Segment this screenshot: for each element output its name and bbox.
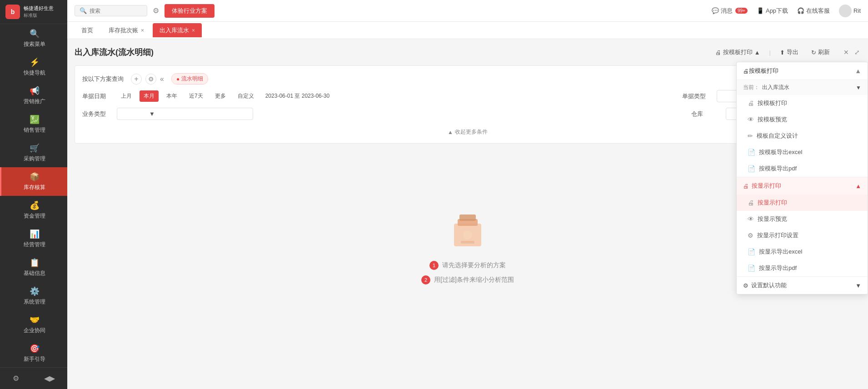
dropdown-item-template-custom[interactable]: ✏模板自定义设计 bbox=[737, 128, 868, 144]
step-2-num: 2 bbox=[421, 275, 430, 284]
print-display-icon: 🖨 bbox=[743, 183, 749, 190]
date-shortcut-7days[interactable]: 近7天 bbox=[185, 90, 207, 102]
template-preview-icon: 👁 bbox=[748, 116, 754, 123]
date-filter-label: 单据日期 bbox=[82, 92, 110, 100]
sidebar-item-operations[interactable]: 📊经营管理 bbox=[0, 224, 67, 253]
dropdown-item-template-preview[interactable]: 👁按模板预览 bbox=[737, 111, 868, 128]
export-icon: ⬆ bbox=[780, 49, 785, 56]
template-print-label: 按模板打印 bbox=[758, 99, 787, 107]
page-title: 出入库流水(流水明细) bbox=[75, 47, 154, 58]
tab-close-batch[interactable]: × bbox=[141, 27, 144, 34]
search-input[interactable] bbox=[90, 8, 140, 14]
user-avatar-btn[interactable]: Rit bbox=[839, 5, 861, 17]
filter-gear-btn[interactable]: ⚙ bbox=[145, 74, 156, 85]
quick-nav-icon: ⚡ bbox=[30, 57, 40, 67]
biz-type-select[interactable]: ▼ bbox=[117, 108, 253, 120]
sidebar-item-collab[interactable]: 🤝企业协同 bbox=[0, 310, 67, 339]
dropdown-template-section: 🖨按模板打印👁按模板预览✏模板自定义设计📄按模板导出excel📄按模板导出pdf bbox=[737, 95, 868, 177]
sidebar-item-quick-nav[interactable]: ⚡快捷导航 bbox=[0, 53, 67, 81]
tab-flow[interactable]: 出入库流水× bbox=[153, 23, 202, 37]
marketing-icon: 📢 bbox=[30, 86, 40, 96]
date-shortcut-more[interactable]: 更多 bbox=[211, 90, 230, 102]
sidebar-item-search[interactable]: 🔍搜索菜单 bbox=[0, 24, 67, 53]
dropdown-item-template-pdf[interactable]: 📄按模板导出pdf bbox=[737, 160, 868, 177]
sidebar-settings-btn[interactable]: ⚙ bbox=[9, 372, 23, 384]
tab-batch[interactable]: 库存批次账× bbox=[102, 23, 151, 37]
sidebar-item-label: 销售管理 bbox=[24, 126, 45, 134]
refresh-btn[interactable]: ↻ 刷新 bbox=[808, 46, 833, 58]
purchase-icon: 🛒 bbox=[30, 143, 40, 153]
template-preview-label: 按模板预览 bbox=[758, 115, 787, 124]
dropdown-item-display-preview[interactable]: 👁按显示预览 bbox=[737, 211, 868, 227]
sidebar-item-finance[interactable]: 💰资金管理 bbox=[0, 196, 67, 224]
sidebar-item-basic[interactable]: 📋基础信息 bbox=[0, 253, 67, 282]
empty-step-2: 2 用[过滤]条件来缩小分析范围 bbox=[421, 275, 514, 284]
chevron-up-icon: ▲ bbox=[754, 49, 760, 56]
add-filter-btn[interactable]: + bbox=[131, 74, 142, 85]
message-icon: 💬 bbox=[712, 7, 719, 14]
dropdown-display-section: 🖨按显示打印👁按显示预览⚙按显示打印设置📄按显示导出excel📄按显示导出pdf bbox=[737, 194, 868, 277]
sidebar-bottom: ⚙ ◀▶ bbox=[0, 367, 67, 389]
chevron-down-icon: ▼ bbox=[856, 85, 861, 91]
dropdown-item-display-print[interactable]: 🖨按显示打印 bbox=[737, 194, 868, 211]
message-btn[interactable]: 💬 消息 99+ bbox=[712, 7, 748, 15]
template-excel-icon: 📄 bbox=[748, 149, 755, 156]
print-header-icon: 🖨 bbox=[743, 68, 749, 75]
avatar bbox=[839, 5, 852, 17]
export-btn[interactable]: ⬆ 导出 bbox=[776, 46, 802, 58]
finance-icon: 💰 bbox=[30, 200, 40, 210]
template-print-icon: 🖨 bbox=[748, 100, 754, 107]
sidebar-item-guide[interactable]: 🎯新手引导 bbox=[0, 339, 67, 367]
basic-icon: 📋 bbox=[30, 258, 40, 268]
sidebar-item-label: 企业协同 bbox=[24, 327, 45, 334]
online-service-btn[interactable]: 🎧 在线客服 bbox=[797, 7, 830, 15]
topbar-search-box[interactable]: 🔍 bbox=[75, 5, 147, 16]
sidebar-item-label: 搜索菜单 bbox=[24, 40, 45, 48]
tab-close-flow[interactable]: × bbox=[192, 27, 195, 34]
warehouse-label: 仓库 bbox=[691, 110, 718, 118]
sidebar-collapse-btn[interactable]: ◀▶ bbox=[40, 372, 59, 384]
dropdown-item-display-pdf[interactable]: 📄按显示导出pdf bbox=[737, 260, 868, 276]
date-shortcut-this-year[interactable]: 本年 bbox=[162, 90, 181, 102]
message-badge: 99+ bbox=[735, 8, 748, 14]
headset-icon: 🎧 bbox=[797, 7, 804, 14]
content-area: 出入库流水(流水明细) 🖨 按模板打印 ▲ | ⬆ 导出 ↻ 刷新 ✕ bbox=[67, 39, 868, 389]
dropdown-item-display-settings[interactable]: ⚙按显示打印设置 bbox=[737, 227, 868, 244]
filter-section-label: 按以下方案查询 bbox=[82, 75, 124, 83]
sidebar-item-inventory[interactable]: 📦库存核算 bbox=[0, 167, 67, 196]
collab-icon: 🤝 bbox=[30, 315, 40, 325]
dropdown-footer[interactable]: ⚙ 设置默认功能 ▼ bbox=[737, 277, 868, 294]
sidebar-item-marketing[interactable]: 📢营销推广 bbox=[0, 81, 67, 110]
search-icon: 🔍 bbox=[30, 29, 40, 39]
dropdown-header: 🖨 按模板打印 ▲ bbox=[737, 62, 868, 80]
sidebar-item-sales[interactable]: 💹销售管理 bbox=[0, 110, 67, 139]
chevron-up-icon[interactable]: ▲ bbox=[855, 67, 861, 75]
dropdown-item-display-excel[interactable]: 📄按显示导出excel bbox=[737, 244, 868, 260]
guide-icon: 🎯 bbox=[30, 344, 40, 354]
industry-btn[interactable]: 体验行业方案 bbox=[165, 4, 215, 18]
display-print-label: 按显示打印 bbox=[758, 199, 787, 207]
display-pdf-icon: 📄 bbox=[748, 264, 755, 272]
dropdown-current: 当前： 出入库流水 ▼ bbox=[737, 80, 868, 95]
collapse-more-btn[interactable]: ▲ 收起更多条件 bbox=[448, 128, 488, 136]
dropdown-item-template-excel[interactable]: 📄按模板导出excel bbox=[737, 144, 868, 160]
dropdown-item-template-print[interactable]: 🖨按模板打印 bbox=[737, 95, 868, 111]
dropdown-display-header[interactable]: 🖨 按显示打印 ▲ bbox=[737, 177, 868, 194]
date-shortcut-prev-month[interactable]: 上月 bbox=[117, 90, 136, 102]
print-template-btn[interactable]: 🖨 按模板打印 ▲ bbox=[712, 46, 764, 58]
topbar-gear-icon[interactable]: ⚙ bbox=[153, 6, 159, 15]
sidebar-item-label: 采购管理 bbox=[24, 155, 45, 163]
sidebar-item-purchase[interactable]: 🛒采购管理 bbox=[0, 139, 67, 167]
tab-home[interactable]: 首页 bbox=[75, 23, 100, 37]
app-download-btn[interactable]: 📱 App下载 bbox=[757, 7, 788, 15]
filter-collapse-btn[interactable]: « bbox=[160, 75, 164, 83]
empty-illustration bbox=[445, 210, 490, 255]
date-shortcut-custom[interactable]: 自定义 bbox=[234, 90, 258, 102]
display-pdf-label: 按显示导出pdf bbox=[759, 264, 797, 272]
sidebar-item-system[interactable]: ⚙️系统管理 bbox=[0, 282, 67, 310]
maximize-window-btn[interactable]: ⤢ bbox=[853, 49, 861, 56]
close-window-btn[interactable]: ✕ bbox=[843, 49, 850, 56]
filter-row-actions: + ⚙ « bbox=[131, 74, 164, 85]
date-shortcut-this-month[interactable]: 本月 bbox=[140, 90, 159, 102]
chevron-down-icon: ▼ bbox=[855, 282, 861, 289]
